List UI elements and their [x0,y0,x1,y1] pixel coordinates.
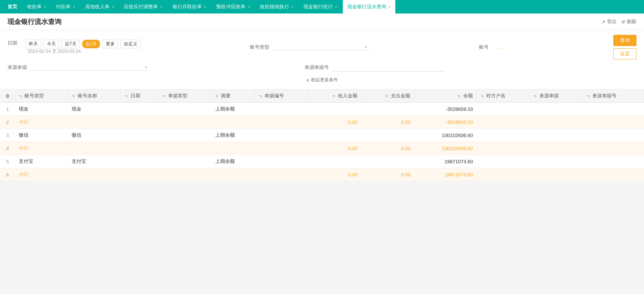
account-type-filter: 账号类型 ▾ [250,44,370,51]
th-voucher-type[interactable]: ⇅ 单据类型 [158,90,211,103]
nav-tab-bank-deposit[interactable]: 银行存取款单 × [168,0,211,13]
th-expense[interactable]: ⇅ 支出金额 [361,90,414,103]
nav-tab-adjustment[interactable]: 应收应付调整单 × [119,0,167,13]
close-icon[interactable]: × [44,4,46,9]
date-label: 日期 [8,40,23,46]
th-source-voucher-no[interactable]: ⇅ 来源单据号 [583,90,644,103]
td-voucher-no [255,103,308,116]
date-7days-btn[interactable]: 近7天 [62,40,80,48]
td-balance: 19871073.60 [414,155,477,168]
td-account-type: 支付宝 [15,155,68,168]
page-header: 现金银行流水查询 ↗ 导出 ↺ 刷新 [0,13,644,30]
td-date [121,116,158,129]
close-icon[interactable]: × [248,4,250,9]
table-row: 4小计0.000.00100102606.60 [0,142,644,155]
settings-button[interactable]: 设置 [613,48,636,60]
close-icon[interactable]: × [291,4,294,9]
account-label: 账号 [479,44,494,51]
table-header: ⚙ ⇅ 账号类型 ⇅ 账号名称 ⇅ 日期 ⇅ 单据类型 [0,90,644,103]
td-counterpart [477,142,530,155]
th-summary[interactable]: ⇅ 摘要 [212,90,255,103]
th-counterpart[interactable]: ⇅ 对方户名 [477,90,530,103]
sort-icon: ⇅ [19,94,22,98]
collapse-bar[interactable]: ∧ 收起更多条件 [8,75,636,85]
account-type-select[interactable]: ▾ [272,44,370,51]
td-source-voucher-no [583,168,644,181]
td-row-no: 4 [0,142,15,155]
nav-tab-bank-flow[interactable]: 现金银行流水查询 × [343,0,395,13]
td-source-voucher-no [583,142,644,155]
td-source-voucher-no [583,155,644,168]
td-income: 0.00 [308,168,361,181]
header-actions: ↗ 导出 ↺ 刷新 [601,18,636,25]
query-button[interactable]: 查询 [613,35,636,46]
th-balance[interactable]: ⇅ 余额 [414,90,477,103]
close-icon[interactable]: × [73,4,75,9]
source-voucher-no-filter: 来源单据号 [305,63,444,72]
export-icon: ↗ [601,19,605,25]
th-date[interactable]: ⇅ 日期 [121,90,158,103]
nav-tab-collection[interactable]: 收款核销执行 × [255,0,298,13]
th-income[interactable]: ⇅ 收入金额 [308,90,361,103]
source-voucher-no-label: 来源单据号 [305,64,329,71]
td-row-no: 1 [0,103,15,116]
td-source-voucher [530,155,583,168]
date-filter: 日期 昨天 今天 近7天 近1月 更多 自定义 2023-02-24 至 202… [8,40,141,55]
nav-tab-shoukuan[interactable]: 收款单 × [23,0,51,13]
td-expense: 0.00 [361,116,414,129]
nav-home[interactable]: 首页 [3,0,22,13]
close-icon[interactable]: × [335,4,337,9]
filter-row-1: 日期 昨天 今天 近7天 近1月 更多 自定义 2023-02-24 至 202… [8,35,636,60]
th-settings[interactable]: ⚙ [0,90,15,103]
th-account-type[interactable]: ⇅ 账号类型 [15,90,68,103]
table-container: ⚙ ⇅ 账号类型 ⇅ 账号名称 ⇅ 日期 ⇅ 单据类型 [0,90,644,181]
td-balance: 100102606.60 [414,129,477,142]
date-today-btn[interactable]: 今天 [44,40,59,48]
date-yesterday-btn[interactable]: 昨天 [26,40,41,48]
nav-tab-fukuan[interactable]: 付款单 × [51,0,80,13]
td-account-type: 小计 [15,168,68,181]
th-account-name[interactable]: ⇅ 账号名称 [68,90,121,103]
refresh-button[interactable]: ↺ 刷新 [621,18,636,25]
source-voucher-filter: 来源单据 ▾ [8,64,150,71]
sort-icon: ⇅ [458,94,461,98]
td-summary [212,142,255,155]
td-voucher-no [255,142,308,155]
close-icon[interactable]: × [112,4,114,9]
td-voucher-no [255,155,308,168]
date-custom-btn[interactable]: 自定义 [120,40,141,48]
table-row: 5支付宝支付宝上期余额19871073.60 [0,155,644,168]
td-balance: 100102606.60 [414,142,477,155]
td-source-voucher [530,103,583,116]
close-icon[interactable]: × [160,4,162,9]
sort-icon: ⇅ [332,94,335,98]
th-source-voucher[interactable]: ⇅ 来源单据 [530,90,583,103]
th-voucher-no[interactable]: ⇅ 单据编号 [255,90,308,103]
close-icon[interactable]: × [204,4,206,9]
close-icon[interactable]: × [389,4,391,9]
date-more-btn[interactable]: 更多 [102,40,118,48]
chevron-down-icon: ▾ [145,65,147,69]
nav-tab-prepayment[interactable]: 预收冲应收单 × [212,0,254,13]
sort-icon: ⇅ [587,94,590,98]
source-voucher-no-input[interactable] [332,63,444,72]
table-row: 3微信微信上期余额100102606.60 [0,129,644,142]
nav-tab-bank-stats[interactable]: 现金银行统计 × [299,0,342,13]
export-button[interactable]: ↗ 导出 [601,18,617,25]
sort-icon: ⇅ [125,94,128,98]
chevron-down-icon: ▾ [365,45,367,49]
td-summary [212,116,255,129]
nav-tab-other-income[interactable]: 其他收入单 × [81,0,119,13]
account-ellipsis-btn[interactable]: ... [497,44,504,51]
date-1month-btn[interactable]: 近1月 [82,40,101,48]
settings-icon: ⚙ [5,93,10,99]
sort-icon: ⇅ [72,94,75,98]
td-expense: 0.00 [361,168,414,181]
sort-icon: ⇅ [534,94,537,98]
td-expense: 0.00 [361,142,414,155]
source-voucher-select[interactable]: ▾ [30,64,150,71]
refresh-icon: ↺ [621,19,625,25]
td-date [121,129,158,142]
td-balance: -3528659.33 [414,116,477,129]
td-account-name [68,142,121,155]
